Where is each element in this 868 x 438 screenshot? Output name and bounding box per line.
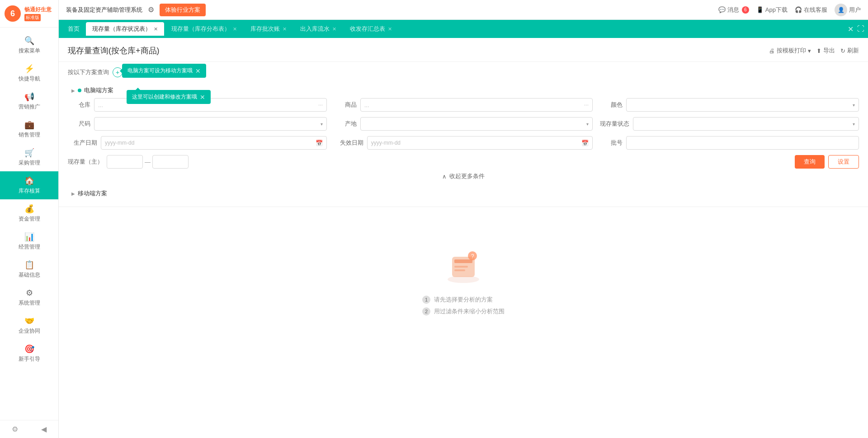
scheme-list-bottom: ▶ 移动端方案 (68, 186, 859, 201)
sidebar-item-system[interactable]: ⚙ 系统管理 (0, 283, 58, 311)
origin-select[interactable]: ▾ (360, 117, 593, 131)
sidebar-item-label: 销售管理 (19, 131, 40, 139)
sidebar: 6 畅通好生意 标准版 🔍 搜索菜单 ⚡ 快捷导航 📢 营销推广 💼 销售管理 … (0, 0, 59, 438)
sidebar-item-inventory[interactable]: 🏠 库存核算 (0, 171, 58, 199)
tab-close-all-icon[interactable]: ✕ (848, 25, 854, 33)
page-header: 现存量查询(按仓库+商品) 🖨 按模板打印 ▾ ⬆ 导出 ↻ 刷新 (59, 38, 868, 62)
print-btn[interactable]: 🖨 按模板打印 ▾ (769, 47, 811, 55)
reset-btn[interactable]: 设置 (828, 155, 859, 169)
sidebar-item-guide[interactable]: 🎯 新手引导 (0, 339, 58, 367)
goods-select[interactable]: ... ⋯ (360, 98, 593, 112)
export-btn[interactable]: ⬆ 导出 (816, 47, 835, 55)
nav-icon: ⚡ (24, 64, 34, 74)
calendar-icon: 📅 (581, 140, 589, 146)
header-left: 装备及固定资产辅助管理系统 ⚙ 体验行业方案 (66, 4, 206, 16)
color-select[interactable]: ▾ (626, 98, 859, 112)
tooltip-pc-text: 电脑方案可设为移动方案哦 (127, 67, 193, 75)
chevron-down-icon: ⋯ (318, 103, 323, 108)
export-label: 导出 (823, 47, 835, 55)
goods-placeholder: ... (364, 102, 369, 108)
tab-bar: 首页 现存量（库存状况表） ✕ 现存量（库存分布表） ✕ 库存批次账 ✕ 出入库… (59, 20, 868, 38)
scheme-item-mobile[interactable]: ▶ 移动端方案 (68, 188, 859, 199)
tooltip-pc-scheme: 电脑方案可设为移动方案哦 ✕ (122, 64, 206, 78)
online-support-btn[interactable]: 🎧 在线客服 (795, 6, 827, 14)
tab-close-icon[interactable]: ✕ (283, 26, 287, 32)
sidebar-item-purchase[interactable]: 🛒 采购管理 (0, 143, 58, 171)
tab-stock-dist[interactable]: 现存量（库存分布表） ✕ (165, 22, 243, 36)
tab-batch-account[interactable]: 库存批次账 ✕ (244, 22, 293, 36)
filter-field-stock-status: 现存量状态 ▾ (600, 117, 859, 131)
user-label: 用户 (849, 6, 861, 14)
tab-maximize-icon[interactable]: ⛶ (857, 25, 864, 33)
chevron-down-icon: ▾ (853, 103, 855, 108)
tab-close-icon[interactable]: ✕ (332, 26, 336, 32)
tab-inout-flow-label: 出入库流水 (300, 25, 330, 33)
enterprise-icon: 🤝 (24, 316, 34, 326)
user-btn[interactable]: 👤 用户 (835, 4, 861, 16)
filter-header: 按以下方案查询 + ⟳ ← 电脑方案可设为移动方案哦 ✕ 这里可以创建和修改方案… (68, 67, 859, 77)
top-header: 装备及固定资产辅助管理系统 ⚙ 体验行业方案 💬 消息 6 📱 App下载 🎧 … (59, 0, 868, 20)
filter-row-4: 现存量（主） — 查询 设置 (68, 155, 859, 169)
sidebar-item-operations[interactable]: 📊 经营管理 (0, 227, 58, 255)
app-download-btn[interactable]: 📱 App下载 (756, 6, 788, 14)
scheme-arrow-pc: ▶ (71, 88, 75, 93)
message-btn[interactable]: 💬 消息 6 (718, 6, 749, 14)
logo-icon: 6 (5, 5, 21, 22)
sidebar-item-finance[interactable]: 💰 资金管理 (0, 199, 58, 227)
tab-close-icon[interactable]: ✕ (388, 26, 392, 32)
industry-btn[interactable]: 体验行业方案 (160, 4, 206, 16)
sidebar-item-nav[interactable]: ⚡ 快捷导航 (0, 59, 58, 87)
tab-close-icon[interactable]: ✕ (154, 26, 158, 32)
system-title: 装备及固定资产辅助管理系统 (66, 6, 142, 14)
sidebar-item-search[interactable]: 🔍 搜索菜单 (0, 31, 58, 59)
empty-hints: 1 请先选择要分析的方案 2 用过滤条件来缩小分析范围 (422, 296, 505, 316)
finance-icon: 💰 (24, 204, 34, 214)
batch-input[interactable] (626, 136, 859, 150)
stock-status-label: 现存量状态 (600, 120, 629, 128)
message-label: 消息 (727, 6, 739, 14)
tab-stock-status[interactable]: 现存量（库存状况表） ✕ (86, 22, 164, 36)
size-select[interactable]: ▾ (94, 117, 327, 131)
logo-text: 畅通好生意 标准版 (24, 6, 52, 22)
tab-home[interactable]: 首页 (62, 22, 85, 36)
expire-date-input[interactable]: yyyy-mm-dd 📅 (367, 136, 593, 150)
search-icon: 🔍 (24, 36, 34, 46)
expire-date-placeholder: yyyy-mm-dd (371, 140, 401, 146)
tab-batch-account-label: 库存批次账 (250, 25, 280, 33)
collapse-sidebar-btn[interactable]: ◀ (41, 425, 47, 433)
filter-row-3: 生产日期 yyyy-mm-dd 📅 失效日期 yyyy-mm-dd 📅 (68, 136, 859, 150)
filter-field-batch: 批号 (600, 136, 859, 150)
prod-date-label: 生产日期 (68, 139, 97, 147)
tab-stock-status-label: 现存量（库存状况表） (92, 25, 151, 33)
empty-hint-2: 2 用过滤条件来缩小分析范围 (422, 307, 505, 316)
chevron-down-icon: ▾ (853, 122, 855, 127)
tab-inout-flow[interactable]: 出入库流水 ✕ (294, 22, 343, 36)
tooltip-create-close[interactable]: ✕ (200, 94, 205, 101)
search-btn[interactable]: 查询 (795, 155, 825, 169)
tab-actions: ✕ ⛶ (848, 25, 864, 33)
tab-close-icon[interactable]: ✕ (233, 26, 237, 32)
sidebar-item-enterprise[interactable]: 🤝 企业协同 (0, 311, 58, 339)
stock-main-min[interactable] (107, 155, 143, 169)
prod-date-input[interactable]: yyyy-mm-dd 📅 (101, 136, 327, 150)
sidebar-item-label: 搜索菜单 (19, 47, 40, 55)
refresh-btn[interactable]: ↻ 刷新 (840, 47, 859, 55)
brand-name: 畅通好生意 (24, 6, 52, 14)
filter-field-size: 尺码 ▾ (68, 117, 327, 131)
sidebar-item-label: 经营管理 (19, 243, 40, 251)
tab-recv-send[interactable]: 收发存汇总表 ✕ (344, 22, 398, 36)
filter-label: 按以下方案查询 (68, 68, 109, 76)
stock-main-max[interactable] (152, 155, 189, 169)
collapse-more-btn[interactable]: ∧ 收起更多条件 (68, 169, 859, 184)
message-badge: 6 (742, 6, 749, 14)
prod-date-placeholder: yyyy-mm-dd (105, 140, 134, 146)
sidebar-logo: 6 畅通好生意 标准版 (0, 0, 58, 28)
sidebar-item-sales[interactable]: 💼 销售管理 (0, 115, 58, 143)
chevron-down-icon: ⋯ (584, 103, 589, 108)
settings-btn[interactable]: ⚙ (12, 425, 18, 433)
sidebar-item-marketing[interactable]: 📢 营销推广 (0, 87, 58, 115)
header-settings-icon[interactable]: ⚙ (148, 5, 154, 14)
stock-status-select[interactable]: ▾ (633, 117, 859, 131)
tooltip-pc-close[interactable]: ✕ (195, 67, 201, 75)
sidebar-item-basic[interactable]: 📋 基础信息 (0, 255, 58, 283)
